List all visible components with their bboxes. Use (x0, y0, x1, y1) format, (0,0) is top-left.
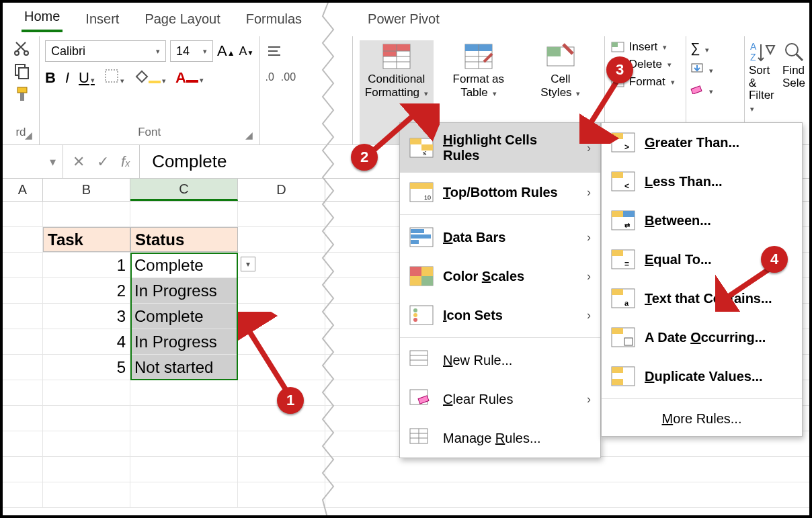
borders-button[interactable]: ▾ (104, 69, 124, 87)
menu-icon-sets[interactable]: Icon Sets› (400, 296, 600, 335)
font-size-dropdown[interactable]: 14▾ (170, 40, 213, 62)
svg-rect-79 (612, 289, 623, 295)
menu-between[interactable]: ⇄ Between... (602, 201, 802, 240)
svg-rect-25 (612, 42, 618, 47)
cell-task[interactable]: 5 (43, 355, 130, 380)
cell-status[interactable]: Not started (130, 355, 238, 380)
cell-C-header[interactable]: Status (130, 227, 238, 252)
increase-font-button[interactable]: A▲ (217, 42, 235, 60)
decrease-decimal-button[interactable]: .0 (266, 71, 274, 83)
menu-more-rules[interactable]: More Rules... (602, 402, 802, 436)
duplicate-icon (611, 366, 635, 386)
col-B[interactable]: B (43, 179, 130, 201)
data-validation-dropdown[interactable]: ▾ (241, 257, 255, 271)
enter-formula-button[interactable]: ✓ (97, 153, 109, 171)
cell-task[interactable]: 4 (43, 329, 130, 354)
format-painter-button[interactable] (11, 85, 34, 103)
font-color-button[interactable]: A▾ (175, 69, 204, 87)
svg-text:10: 10 (424, 194, 431, 201)
dialog-launcher-icon[interactable]: ◢ (25, 130, 32, 140)
callout-4: 4 (761, 246, 788, 273)
cell-task[interactable]: 2 (43, 278, 130, 303)
tab-formulas[interactable]: Formulas (243, 10, 304, 32)
data-bars-icon (409, 227, 434, 247)
cell-status[interactable]: Complete (130, 304, 238, 329)
svg-rect-56 (410, 351, 428, 365)
cell-task[interactable]: 1 (43, 253, 130, 277)
fill-button[interactable]: ▾ (690, 61, 740, 77)
group-font: Calibri▾ 14▾ A▲ A▼ B I U▾ ▾ ▾ A▾ Font ◢ (40, 36, 260, 144)
menu-clear-rules[interactable]: Clear Rules› (400, 380, 600, 419)
name-box[interactable]: ▾ (3, 145, 63, 178)
border-icon (104, 69, 119, 83)
bold-button[interactable]: B (45, 69, 56, 87)
svg-text:=: = (624, 259, 629, 269)
cell-styles-icon (546, 43, 575, 70)
equal-to-icon: = (611, 249, 635, 269)
svg-rect-4 (17, 87, 27, 93)
svg-rect-51 (421, 276, 433, 286)
tab-power-pivot[interactable]: Power Pivot (365, 10, 442, 32)
menu-duplicate-values[interactable]: Duplicate Values... (602, 357, 802, 396)
cell-B-header[interactable]: Task (43, 227, 130, 252)
col-A[interactable]: A (3, 179, 43, 201)
svg-rect-72 (612, 211, 623, 217)
find-line2: Sele (782, 77, 805, 89)
svg-rect-50 (410, 276, 421, 286)
svg-rect-41 (410, 183, 433, 189)
cell-status[interactable]: In Progress (130, 278, 238, 303)
tab-page-layout[interactable]: Page Layout (142, 10, 222, 32)
tab-home[interactable]: Home (22, 7, 63, 32)
group-clipboard: rd ◢ (3, 36, 40, 144)
new-rule-icon (409, 350, 434, 370)
svg-rect-23 (547, 47, 561, 56)
fx-button[interactable]: fx (121, 153, 130, 171)
cell-status[interactable]: Complete (130, 253, 238, 277)
decrease-font-button[interactable]: A▼ (239, 44, 254, 58)
svg-rect-85 (612, 367, 623, 373)
fill-color-button[interactable]: ▾ (134, 69, 166, 87)
cf-label-line1: Conditional (368, 73, 425, 85)
font-name-value: Calibri (51, 44, 85, 58)
date-icon (611, 327, 635, 347)
group-alignment: .0 .00 (260, 36, 353, 144)
indent-row: .0 .00 (266, 71, 347, 83)
menu-data-bars[interactable]: Data Bars› (400, 218, 600, 257)
eraser-icon (690, 83, 704, 94)
underline-button[interactable]: U▾ (79, 69, 95, 87)
insert-cells-icon (610, 41, 625, 53)
menu-top-bottom-rules[interactable]: 10 Top/Bottom Rules› (400, 173, 600, 212)
dialog-launcher-icon[interactable]: ◢ (245, 130, 253, 140)
col-D[interactable]: D (238, 179, 325, 201)
group-label-clipboard: rd ◢ (8, 123, 34, 144)
menu-color-scales[interactable]: Color Scales› (400, 257, 600, 296)
svg-text:⇄: ⇄ (624, 222, 631, 229)
menu-new-rule[interactable]: New Rule... (400, 341, 600, 380)
formula-value[interactable]: Complete (140, 151, 227, 172)
manage-rules-icon (409, 428, 434, 448)
menu-manage-rules[interactable]: Manage Rules... (400, 419, 600, 458)
font-name-dropdown[interactable]: Calibri▾ (45, 40, 166, 62)
increase-decimal-button[interactable]: .00 (281, 71, 296, 83)
autosum-button[interactable]: ∑ ▾ (690, 40, 740, 56)
menu-less-than[interactable]: < Less Than... (602, 162, 802, 201)
cancel-formula-button[interactable]: ✕ (73, 153, 85, 171)
paintbrush-icon (13, 85, 31, 103)
group-label-font: Font ◢ (45, 123, 254, 144)
svg-text:Z: Z (750, 52, 756, 62)
svg-rect-5 (20, 93, 24, 101)
tab-insert[interactable]: Insert (83, 10, 122, 32)
italic-button[interactable]: I (65, 69, 69, 87)
svg-point-53 (413, 308, 417, 312)
menu-date-occurring[interactable]: A Date Occurring... (602, 318, 802, 357)
conditional-formatting-icon (382, 43, 411, 70)
copy-button[interactable] (11, 62, 34, 81)
svg-point-55 (413, 318, 417, 322)
cell-task[interactable]: 3 (43, 304, 130, 329)
insert-button[interactable]: Insert ▾ (610, 40, 680, 54)
clear-button[interactable]: ▾ (690, 82, 740, 97)
cut-button[interactable] (11, 39, 34, 58)
svg-rect-12 (383, 51, 397, 56)
col-C[interactable]: C (130, 179, 238, 201)
cell-status[interactable]: In Progress (130, 329, 238, 354)
